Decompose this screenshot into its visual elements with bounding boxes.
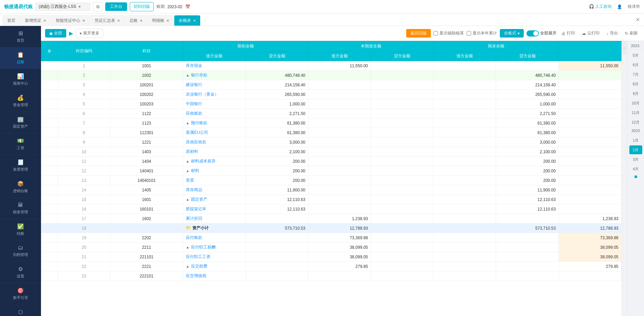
switch-version-button[interactable]: 切到旧版 xyxy=(130,2,154,11)
tab-detail-ledger-close[interactable]: ✕ xyxy=(166,19,169,23)
workbench-button[interactable]: 工作台 xyxy=(105,2,127,11)
sidebar-item-closing[interactable]: ✅ 结账 xyxy=(0,219,41,241)
refresh-button[interactable]: ↻ 刷新 xyxy=(623,29,640,38)
month-btn-12[interactable]: 12月 xyxy=(629,118,642,127)
account-name-link[interactable]: 固定资产 xyxy=(191,197,207,202)
account-name-link[interactable]: 壹蛋 xyxy=(186,178,194,183)
account-name-link[interactable]: 善属EU公司 xyxy=(186,130,208,135)
row-name[interactable]: 善属EU公司 xyxy=(183,128,246,138)
all-button[interactable]: ◉ 全部 xyxy=(45,29,66,38)
sidebar-item-guide[interactable]: 🎯 新手引导 xyxy=(0,283,41,305)
auxiliary-checkbox[interactable] xyxy=(434,31,438,35)
row-name[interactable]: ▲ 应付职工薪酬 xyxy=(183,243,246,252)
account-name-link[interactable]: 材料成本差异 xyxy=(191,159,216,163)
sidebar-item-settings[interactable]: ⚙ 设置 xyxy=(0,262,41,283)
sidebar-item-invoice[interactable]: 🧾 发票管理 xyxy=(0,155,41,176)
account-name-link[interactable]: 其他应收款 xyxy=(186,140,206,144)
row-name[interactable]: 壹蛋 xyxy=(183,176,246,185)
account-name-link[interactable]: 应交增值税 xyxy=(186,273,206,278)
tab-general-ledger-close[interactable]: ✕ xyxy=(140,19,142,23)
cloud-print-button[interactable]: ☁ 云打印 xyxy=(580,29,602,38)
row-name[interactable]: 应交增值税 xyxy=(183,271,246,281)
row-name[interactable]: 应付职工工资 xyxy=(183,252,246,262)
sidebar-item-purchase[interactable]: 📦 进销台账 xyxy=(0,176,41,198)
sidebar-item-general-ledger[interactable]: 📋 总账 xyxy=(0,47,41,69)
expand-button[interactable]: ▾ 展开更多 xyxy=(76,29,103,38)
month-btn-3[interactable]: 3月 xyxy=(629,155,642,164)
fullmode-button[interactable]: 全账式 ▾ xyxy=(500,29,524,38)
row-name[interactable]: ▲ 材料 xyxy=(183,166,246,176)
sidebar-item-tax[interactable]: 🏛 税务管理 xyxy=(0,198,41,219)
tab-general-ledger[interactable]: 总账 ✕ xyxy=(125,15,147,26)
account-name-link[interactable]: 银行存款 xyxy=(191,73,207,77)
month-btn-7[interactable]: 7月 xyxy=(629,70,642,79)
month-btn-6[interactable]: 6月 xyxy=(629,60,642,69)
row-name[interactable]: ▲ 银行存款 xyxy=(183,71,246,80)
account-name-link[interactable]: 中国银行 xyxy=(186,101,202,106)
row-name[interactable]: 中国银行 xyxy=(183,99,246,109)
account-name-link[interactable]: 预付账款 xyxy=(191,120,207,125)
tab-voucher-summary[interactable]: 凭证汇总表 ✕ xyxy=(90,15,124,26)
sidebar-item-member[interactable]: ⬡ 畅会员 xyxy=(0,305,41,316)
row-name[interactable]: 应付账款 xyxy=(183,233,246,243)
tab-detail-ledger[interactable]: 明细账 ✕ xyxy=(148,15,174,26)
return-old-button[interactable]: 返回旧版 xyxy=(406,29,431,38)
row-name[interactable]: ▲ 预付账款 xyxy=(183,118,246,128)
tab-smart-voucher[interactable]: 智能凭证中心 ✕ xyxy=(51,15,90,26)
tab-smart-voucher-close[interactable]: ✕ xyxy=(82,19,85,23)
yearly-checkbox[interactable] xyxy=(467,31,471,35)
month-btn-9[interactable]: 9月 xyxy=(629,89,642,98)
row-name[interactable]: 库存商品 xyxy=(183,185,246,195)
row-name[interactable]: 胶提架记本 xyxy=(183,204,246,214)
sidebar-item-report[interactable]: 📊 报表中心 xyxy=(0,69,41,90)
sidebar-item-archive[interactable]: 🗂 归档管理 xyxy=(0,241,41,262)
sidebar-item-fixed-assets[interactable]: 🏢 固定资产 xyxy=(0,112,41,133)
tab-close-all[interactable]: ✕ xyxy=(631,16,644,23)
account-name-link[interactable]: 材料 xyxy=(191,168,199,173)
sidebar-item-fund[interactable]: 💰 资金管理 xyxy=(0,90,41,112)
account-name-link[interactable]: 农业银行（黄金） xyxy=(186,92,219,97)
month-btn-4[interactable]: 4月 xyxy=(629,164,642,173)
account-name-link[interactable]: 累计折旧 xyxy=(186,216,202,221)
account-name-link[interactable]: 库存现金 xyxy=(186,63,202,68)
tab-balance-table-close[interactable]: ✕ xyxy=(193,19,196,23)
sidebar-item-payroll[interactable]: 💵 工资 xyxy=(0,133,41,155)
row-name[interactable]: 建设银行 xyxy=(183,80,246,90)
row-name[interactable]: ▲ 固定资产 xyxy=(183,195,246,204)
account-name-link[interactable]: 应付职工薪酬 xyxy=(191,245,216,249)
account-name-link[interactable]: 应收账款 xyxy=(186,111,202,116)
row-name[interactable]: 其他应收款 xyxy=(183,138,246,147)
account-name-link[interactable]: 应交税费 xyxy=(191,264,207,269)
row-name[interactable]: 农业银行（黄金） xyxy=(183,90,246,99)
account-name-link[interactable]: 应付职工工资 xyxy=(186,254,210,259)
consult-label[interactable]: 🎧 人工咨询 xyxy=(589,4,612,10)
month-btn-1[interactable]: 1月 xyxy=(629,136,642,145)
right-panel-expand-arrow[interactable]: › xyxy=(621,41,627,55)
row-name[interactable]: 应收账款 xyxy=(183,109,246,118)
tab-home[interactable]: 首页 xyxy=(3,15,20,26)
month-btn-2-active[interactable]: 2月 xyxy=(629,145,642,154)
account-name-link[interactable]: 原材料 xyxy=(186,149,198,154)
expand-all-toggle[interactable]: 全部展开 xyxy=(526,30,557,37)
month-btn-11[interactable]: 11月 xyxy=(629,108,642,117)
sidebar-item-home[interactable]: ⊞ 首页 xyxy=(0,26,41,47)
company-selector[interactable]: (劝副) 江西股垒-LSS ▼ xyxy=(36,3,90,11)
row-name[interactable]: 库存现金 xyxy=(183,61,246,71)
yearly-checkbox-label[interactable]: 显示本年累计 xyxy=(467,30,497,36)
month-btn-10[interactable]: 10月 xyxy=(629,99,642,107)
row-name[interactable]: 累计折旧 xyxy=(183,214,246,224)
toggle-switch[interactable] xyxy=(526,30,539,37)
tab-new-voucher[interactable]: 新增凭证 ✕ xyxy=(20,15,51,26)
nav-arrow-icon[interactable]: ▶ xyxy=(69,30,73,37)
row-name[interactable]: ▲ 材料成本差异 xyxy=(183,157,246,166)
month-btn-5[interactable]: 5月 xyxy=(629,51,642,60)
export-button[interactable]: ↓ 导出 xyxy=(604,29,620,38)
copy-button[interactable]: ⧉ xyxy=(93,2,102,12)
tab-balance-table[interactable]: 余额表 ✕ xyxy=(174,15,200,26)
tab-voucher-summary-close[interactable]: ✕ xyxy=(117,19,120,23)
account-name-link[interactable]: 库存商品 xyxy=(186,187,202,192)
account-name-link[interactable]: 胶提架记本 xyxy=(186,206,206,211)
print-button[interactable]: 🖨 打印 xyxy=(559,29,577,38)
row-name[interactable]: ▲ 应交税费 xyxy=(183,262,246,271)
calendar-icon[interactable]: 📅 xyxy=(185,4,190,9)
